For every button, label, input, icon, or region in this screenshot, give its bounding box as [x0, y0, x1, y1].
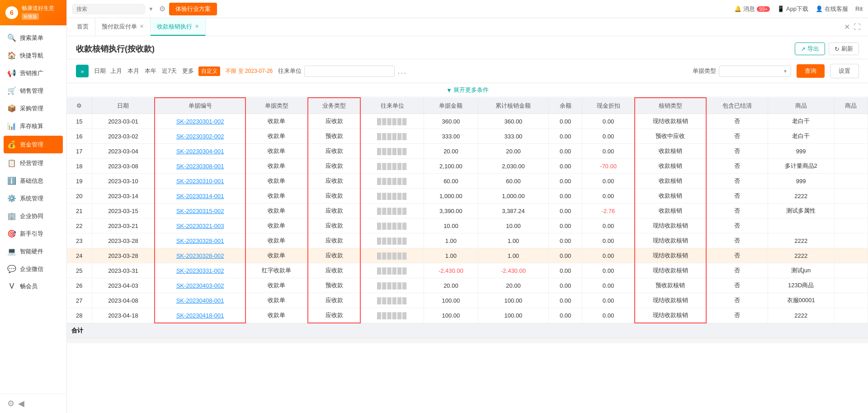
- tab-close-prepay[interactable]: ✕: [140, 24, 144, 29]
- app-download-action[interactable]: 📱 App下载: [777, 5, 808, 13]
- cell-goods2: [834, 114, 868, 129]
- page: 收款核销执行(按收款) ↗ 导出 ↻ 刷新 » 日期 上月本月本年近7天更多 自…: [67, 36, 868, 413]
- settings-icon[interactable]: ⚙: [7, 399, 14, 408]
- cell-cancel-amount: 60.00: [478, 174, 548, 189]
- tab-prepay[interactable]: 预付款应付单✕: [95, 18, 151, 36]
- sidebar-item-corp[interactable]: 🏢企业协同: [0, 207, 66, 225]
- header-row: ⚙ 日期 单据编号 单据类型 业务类型 往来单位 单据金额 累计核销金额 余额 …: [67, 98, 868, 114]
- cell-sn[interactable]: SK-20230301-002: [155, 114, 245, 129]
- cell-bill-type: 收款单: [245, 248, 307, 263]
- tab-home[interactable]: 首页: [71, 18, 95, 36]
- refresh-button[interactable]: ↻ 刷新: [829, 43, 859, 55]
- logo-icon: 6: [5, 6, 18, 19]
- cell-bill-type: 收款单: [245, 114, 307, 129]
- cell-sn[interactable]: SK-20230418-001: [155, 308, 245, 323]
- footer-counterpart: [360, 323, 424, 338]
- maximize-icon[interactable]: ⛶: [854, 23, 861, 31]
- counterpart-input[interactable]: [304, 66, 395, 77]
- sidebar-item-purchase[interactable]: 📦采购管理: [0, 100, 66, 117]
- cell-sn[interactable]: SK-20230310-001: [155, 174, 245, 189]
- cell-cancel-amount: 100.00: [478, 308, 548, 323]
- cell-sn[interactable]: SK-20230308-001: [155, 159, 245, 174]
- date-custom-btn[interactable]: 自定义: [198, 66, 220, 76]
- close-tab-icon[interactable]: ✕: [844, 23, 850, 31]
- horizontal-scrollbar[interactable]: [67, 338, 868, 343]
- th-cancel-type: 核销类型: [635, 98, 706, 114]
- cell-sn[interactable]: SK-20230304-001: [155, 144, 245, 159]
- cell-cancel-type: 收款核销: [635, 189, 706, 204]
- more-dots[interactable]: ...: [397, 66, 407, 76]
- message-action[interactable]: 🔔 消息 99+: [734, 5, 770, 13]
- cell-sn[interactable]: SK-20230321-003: [155, 218, 245, 233]
- cell-bill-type: 收款单: [245, 218, 307, 233]
- sidebar-item-operations[interactable]: 📋经营管理: [0, 154, 66, 172]
- cell-amount: 20.00: [424, 278, 478, 293]
- search-input[interactable]: [72, 4, 145, 14]
- footer-cash-discount: [582, 323, 635, 338]
- gear-icon[interactable]: ⚙: [159, 5, 165, 13]
- cell-goods: 测试多属性: [768, 204, 834, 218]
- dropdown-arrow-icon[interactable]: ▼: [148, 6, 154, 12]
- date-btn-更多[interactable]: 更多: [180, 66, 196, 76]
- cell-amount: 20.00: [424, 144, 478, 159]
- bill-type-select[interactable]: [719, 66, 791, 77]
- sidebar-item-member[interactable]: V畅会员: [0, 278, 66, 295]
- cell-counterpart: ██████: [360, 174, 424, 189]
- tab-collection[interactable]: 收款核销执行✕: [151, 18, 206, 36]
- solution-button[interactable]: 体验行业方案: [169, 3, 217, 15]
- sidebar-item-marketing[interactable]: 📢营销推广: [0, 64, 66, 82]
- cell-date: 2023-03-01: [92, 114, 155, 129]
- date-btn-近7天[interactable]: 近7天: [160, 66, 179, 76]
- sidebar-item-finance[interactable]: 💰资金管理: [4, 136, 63, 153]
- sidebar-item-wechat[interactable]: 💬企业微信: [0, 260, 66, 278]
- export-button[interactable]: ↗ 导出: [795, 43, 825, 55]
- cell-cash-discount: 0.00: [582, 263, 635, 278]
- filter-counterpart-group: 往来单位 ...: [278, 66, 687, 77]
- cell-cancel-type: 现结收款核销: [635, 263, 706, 278]
- bill-type-label: 单据类型: [693, 67, 716, 75]
- cell-cancel-type: 现结收款核销: [635, 233, 706, 248]
- page-title: 收款核销执行(按收款): [76, 43, 155, 54]
- sidebar-item-guide[interactable]: 🎯新手引导: [0, 225, 66, 242]
- sidebar-item-sales[interactable]: 🛒销售管理: [0, 82, 66, 100]
- sidebar-item-system[interactable]: ⚙️系统管理: [0, 190, 66, 207]
- cell-sn[interactable]: SK-20230328-002: [155, 248, 245, 263]
- sidebar-item-hardware[interactable]: 💻智能硬件: [0, 242, 66, 260]
- cell-include-settled: 否: [706, 218, 768, 233]
- cell-goods2: [834, 204, 868, 218]
- cell-seq: 25: [67, 263, 92, 278]
- cell-sn[interactable]: SK-20230314-001: [155, 189, 245, 204]
- cell-sn[interactable]: SK-20230302-002: [155, 129, 245, 144]
- sidebar-item-search[interactable]: 🔍搜索菜单: [0, 29, 66, 47]
- cell-cancel-type: 现结收款核销: [635, 293, 706, 308]
- cell-sn[interactable]: SK-20230331-002: [155, 263, 245, 278]
- date-btn-本月[interactable]: 本月: [126, 66, 141, 76]
- sidebar-item-inventory[interactable]: 📊库存核算: [0, 117, 66, 135]
- page-header: 收款核销执行(按收款) ↗ 导出 ↻ 刷新: [67, 36, 868, 59]
- date-label: 日期: [94, 67, 106, 75]
- date-btn-本年[interactable]: 本年: [143, 66, 158, 76]
- cell-include-settled: 否: [706, 144, 768, 159]
- cell-sn[interactable]: SK-20230403-002: [155, 278, 245, 293]
- collapse-icon[interactable]: ◀: [18, 399, 24, 408]
- filter-toggle-button[interactable]: »: [76, 65, 89, 77]
- cell-sn[interactable]: SK-20230408-001: [155, 293, 245, 308]
- cell-sn[interactable]: SK-20230315-002: [155, 204, 245, 218]
- cell-balance: 0.00: [549, 129, 582, 144]
- tab-close-collection[interactable]: ✕: [195, 24, 199, 29]
- cell-cancel-type: 现结收款核销: [635, 308, 706, 323]
- cell-cancel-type: 现结收款核销: [635, 114, 706, 129]
- sidebar-item-shortcut[interactable]: 🏠快捷导航: [0, 47, 66, 64]
- sidebar-item-basic[interactable]: ℹ️基础信息: [0, 172, 66, 190]
- service-action[interactable]: 👤 在线客服: [816, 5, 848, 13]
- filter-date-range-group: 不限 至 2023-07-26: [226, 67, 273, 75]
- table-row: 25 2023-03-31 SK-20230331-002 红字收款单 应收款 …: [67, 263, 868, 278]
- footer-label: 合计: [67, 323, 155, 338]
- setting-button[interactable]: 设置: [830, 64, 859, 78]
- date-btn-上月[interactable]: 上月: [108, 66, 124, 76]
- cell-sn[interactable]: SK-20230328-001: [155, 233, 245, 248]
- cell-cancel-type: 现结收款核销: [635, 218, 706, 233]
- query-button[interactable]: 查询: [797, 64, 825, 78]
- cell-date: 2023-04-18: [92, 308, 155, 323]
- filter-expand-btn[interactable]: ▼ 展开更多条件: [446, 86, 489, 94]
